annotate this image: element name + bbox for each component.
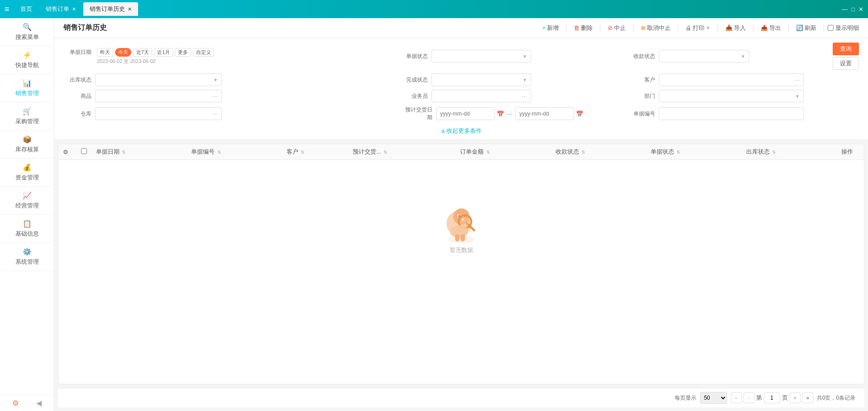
sidebar-item-purchase[interactable]: 🛒 采购管理 <box>0 102 54 131</box>
operations-icon: 📈 <box>23 191 32 200</box>
cancel-stop-button[interactable]: ⊗ 取消中止 <box>637 22 674 34</box>
sales-icon: 📊 <box>23 79 32 87</box>
th-warehouse-status[interactable]: 出库状态 ⇅ <box>742 144 837 160</box>
table-area: ⚙ 单据日期 ⇅ 单据编号 ⇅ <box>58 144 864 384</box>
minimize-btn[interactable]: — <box>842 6 848 13</box>
table-header-row: ⚙ 单据日期 ⇅ 单据编号 ⇅ <box>58 144 864 160</box>
date-btn-more[interactable]: 更多 <box>175 48 191 57</box>
filter-select-doc-status[interactable]: ▼ <box>432 50 531 63</box>
th-doc-status[interactable]: 单据状态 ⇅ <box>646 144 741 160</box>
th-customer[interactable]: 客户 ⇅ <box>282 144 348 160</box>
maximize-btn[interactable]: □ <box>851 6 855 13</box>
filter-select-product[interactable]: ··· <box>95 90 222 102</box>
query-button[interactable]: 查询 <box>833 43 859 55</box>
date-btn-yesterday[interactable]: 昨天 <box>97 48 113 57</box>
svg-point-14 <box>461 218 464 221</box>
date-btn-7days[interactable]: 近7天 <box>133 48 152 57</box>
collapse-row: ∧ 收起更多条件 <box>63 125 859 135</box>
sidebar-basic-info-label: 基础信息 <box>15 230 39 238</box>
empty-state-row: 暂无数据 <box>58 160 864 291</box>
page-unit-label: 页 <box>782 394 788 402</box>
tab-bar: 首页 销售订单 ✕ 销售订单历史 ✕ <box>14 2 842 16</box>
divider-4 <box>678 24 678 32</box>
date-btn-1month[interactable]: 近1月 <box>154 48 173 57</box>
filter-row-1: 单据日期 昨天 今天 近7天 近1月 更多 自定义 2023-06-02 至 2… <box>63 43 859 70</box>
tab-sales-history-close[interactable]: ✕ <box>128 6 132 12</box>
filter-select-complete-status[interactable]: ▼ <box>432 73 531 86</box>
sidebar-item-operations[interactable]: 📈 经营管理 <box>0 187 54 215</box>
tab-sales-order-close[interactable]: ✕ <box>72 6 76 12</box>
filter-select-payment-status[interactable]: ▼ <box>659 50 749 63</box>
sidebar-item-finance[interactable]: 💰 资金管理 <box>0 159 54 187</box>
calendar-icon-2[interactable]: 📅 <box>576 111 583 117</box>
date-quick-btns: 昨天 今天 近7天 近1月 更多 自定义 <box>97 48 214 57</box>
page-size-select[interactable]: 20 50 100 <box>700 392 727 404</box>
filter-input-doc-number[interactable] <box>659 107 804 120</box>
pager-prev-btn[interactable]: ‹ <box>743 392 754 403</box>
pager-next-btn[interactable]: › <box>790 392 801 403</box>
sidebar-item-inventory[interactable]: 📦 库存核算 <box>0 131 54 159</box>
pager-first-btn[interactable]: « <box>731 392 742 403</box>
pager-last-btn[interactable]: » <box>802 392 813 403</box>
th-settings[interactable]: ⚙ <box>58 144 77 160</box>
query-area: 查询 设置 <box>833 43 859 70</box>
customer-dots-icon[interactable]: ··· <box>794 76 800 83</box>
sidebar-item-search[interactable]: 🔍 搜索菜单 <box>0 18 54 46</box>
setting-button[interactable]: 设置 <box>833 57 859 70</box>
date-btn-custom[interactable]: 自定义 <box>193 48 214 57</box>
add-icon: + <box>542 24 546 31</box>
print-button[interactable]: 🖨 打印 ▼ <box>682 22 714 34</box>
table-footer: 每页显示 20 50 100 « ‹ 第 页 › » 共0页，0条记录 <box>58 388 864 407</box>
tab-home[interactable]: 首页 <box>14 2 38 16</box>
gear-icon: ⚙ <box>63 149 68 155</box>
product-dots-icon[interactable]: ··· <box>212 92 218 100</box>
th-doc-date[interactable]: 单据日期 ⇅ <box>91 144 187 160</box>
filter-select-warehouse[interactable]: ··· <box>95 107 222 120</box>
th-payment-status[interactable]: 收款状态 ⇅ <box>551 144 646 160</box>
stop-button[interactable]: ⊘ 中止 <box>604 22 629 34</box>
filter-select-customer[interactable]: ··· <box>659 73 804 86</box>
sort-icon-1: ⇅ <box>122 150 125 155</box>
sidebar-item-basic-info[interactable]: 📋 基础信息 <box>0 215 54 243</box>
sidebar-item-system[interactable]: ⚙️ 系统管理 <box>0 243 54 271</box>
cancel-stop-icon: ⊗ <box>641 24 646 31</box>
sidebar-item-quicknav[interactable]: ⚡ 快捷导航 <box>0 46 54 74</box>
filter-area: 单据日期 昨天 今天 近7天 近1月 更多 自定义 2023-06-02 至 2… <box>54 38 868 140</box>
filter-select-department[interactable]: ▼ <box>659 90 804 102</box>
search-menu-icon: 🔍 <box>23 23 32 31</box>
warehouse-dots-icon[interactable]: ··· <box>212 110 218 117</box>
th-check[interactable] <box>77 144 91 160</box>
tab-sales-history[interactable]: 销售订单历史 ✕ <box>83 2 138 16</box>
filter-select-warehouse-status[interactable]: ▼ <box>95 73 222 86</box>
th-delivery-date[interactable]: 预计交货... ⇅ <box>348 144 456 160</box>
select-all-checkbox[interactable] <box>81 148 87 154</box>
sidebar-finance-label: 资金管理 <box>15 174 39 182</box>
pager-page-input[interactable] <box>764 392 780 403</box>
delete-button[interactable]: 🗑 删除 <box>570 22 596 34</box>
delivery-date-to[interactable] <box>515 107 574 120</box>
collapse-button[interactable]: ∧ 收起更多条件 <box>441 127 482 135</box>
show-detail-checkbox[interactable] <box>828 25 834 31</box>
export-button[interactable]: 📤 导出 <box>757 22 785 34</box>
divider-8 <box>824 24 824 32</box>
th-order-amount[interactable]: 订单金额 ⇅ <box>456 144 551 160</box>
date-btn-today[interactable]: 今天 <box>115 48 131 57</box>
import-button[interactable]: 📥 导入 <box>722 22 749 34</box>
th-doc-number[interactable]: 单据编号 ⇅ <box>187 144 282 160</box>
sort-icon-7: ⇅ <box>676 150 680 155</box>
sidebar-item-sales[interactable]: 📊 销售管理 <box>0 74 54 102</box>
filter-label-customer: 客户 <box>632 76 659 84</box>
filter-select-salesman[interactable]: ··· <box>432 90 531 102</box>
sidebar-collapse-icon[interactable]: ◀ <box>36 399 42 407</box>
refresh-button[interactable]: 🔄 刷新 <box>792 22 820 34</box>
sidebar-settings-icon[interactable]: ⚙ <box>12 399 19 407</box>
calendar-icon-1[interactable]: 📅 <box>497 111 504 117</box>
tab-sales-order[interactable]: 销售订单 ✕ <box>39 2 82 16</box>
delivery-date-from[interactable] <box>436 107 495 120</box>
close-btn[interactable]: ✕ <box>858 6 863 13</box>
chevron-down-icon-2: ▼ <box>741 54 745 59</box>
quicknav-icon: ⚡ <box>23 51 32 59</box>
salesman-dots-icon[interactable]: ··· <box>522 92 527 100</box>
sidebar-system-label: 系统管理 <box>15 258 39 266</box>
add-button[interactable]: + 新增 <box>539 22 563 34</box>
